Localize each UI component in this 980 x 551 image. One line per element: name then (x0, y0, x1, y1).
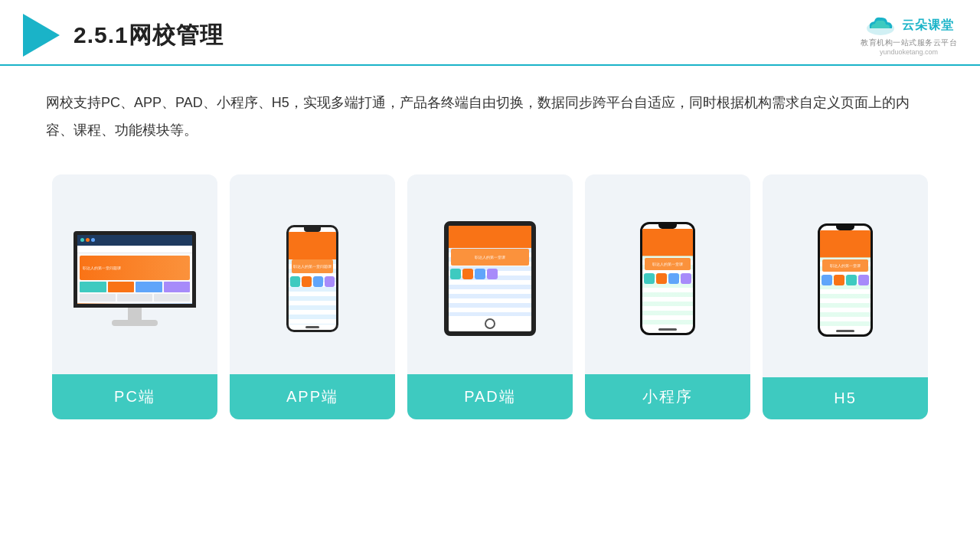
card-h5-label: H5 (763, 377, 928, 419)
card-miniprogram: 职达人的第一堂课 小程序 (585, 174, 750, 419)
card-h5-image: 职达人的第一堂课 (763, 174, 928, 377)
page-header: 2.5.1网校管理 云朵课堂 教育机构一站式服务云平台 yunduoketang… (0, 0, 980, 66)
card-pad-label: PAD端 (407, 374, 573, 419)
phone-h5-mock: 职达人的第一堂课 (818, 223, 873, 337)
header-left: 2.5.1网校管理 (23, 14, 224, 57)
logo-subtitle: 教育机构一站式服务云平台 (861, 37, 957, 48)
card-h5: 职达人的第一堂课 H5 (763, 174, 928, 419)
card-pc-label: PC端 (52, 374, 217, 419)
play-icon (23, 14, 60, 57)
card-pc: 职达人的第一堂问题课 (52, 174, 217, 419)
card-pad: 职达人的第一堂课 PAD端 (407, 174, 573, 419)
cards-row: 职达人的第一堂问题课 (0, 152, 980, 435)
page-title: 2.5.1网校管理 (74, 20, 224, 51)
card-miniprogram-image: 职达人的第一堂课 (585, 174, 750, 374)
card-app-image: 职达人的第一堂问题课 (230, 174, 395, 374)
phone-mini-mock: 职达人的第一堂课 (640, 222, 695, 335)
logo-cloud: 云朵课堂 (864, 15, 954, 36)
logo-url: yunduoketang.com (880, 48, 938, 56)
logo-area: 云朵课堂 教育机构一站式服务云平台 yunduoketang.com (861, 15, 957, 56)
cloud-logo-icon (864, 15, 897, 36)
phone-app-mock: 职达人的第一堂问题课 (286, 225, 338, 332)
card-pad-image: 职达人的第一堂课 (407, 174, 573, 374)
card-pc-image: 职达人的第一堂问题课 (52, 174, 217, 374)
monitor-screen: 职达人的第一堂问题课 (74, 231, 196, 308)
description-text: 网校支持PC、APP、PAD、小程序、H5，实现多端打通，产品各终端自由切换，数… (0, 66, 980, 152)
card-app: 职达人的第一堂问题课 APP端 (230, 174, 395, 419)
card-miniprogram-label: 小程序 (585, 374, 750, 419)
monitor-mock: 职达人的第一堂问题课 (74, 231, 196, 326)
tablet-mock: 职达人的第一堂课 (444, 221, 536, 336)
logo-text: 云朵课堂 (902, 18, 954, 34)
card-app-label: APP端 (230, 374, 395, 419)
